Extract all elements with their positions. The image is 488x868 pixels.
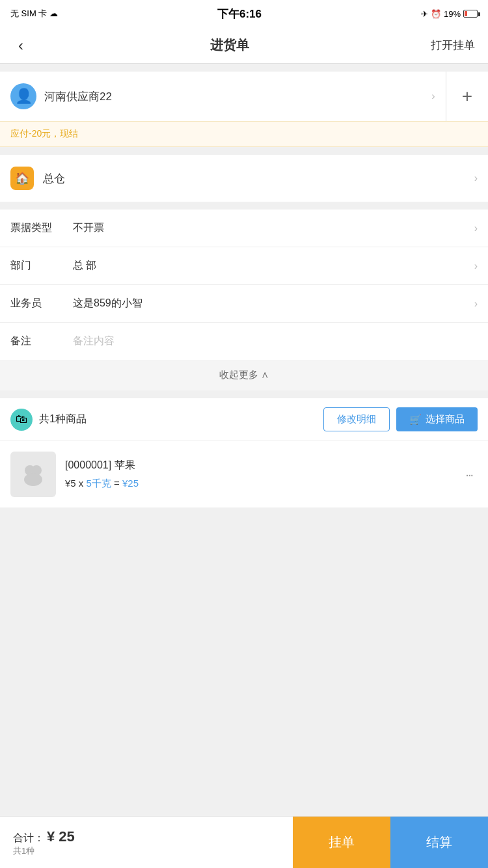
no-sim-text: 无 SIM 卡 ☁ bbox=[10, 8, 58, 20]
department-value: 总 部 bbox=[73, 259, 469, 273]
ticket-type-label: 票据类型 bbox=[10, 221, 62, 235]
chevron-right-icon: › bbox=[474, 298, 478, 310]
nav-bar: ‹ 进货单 打开挂单 bbox=[0, 27, 488, 64]
product-total: ¥25 bbox=[122, 478, 139, 489]
remark-row[interactable]: 备注 备注内容 bbox=[0, 323, 488, 360]
product-header: 🛍 共1种商品 修改明细 🛒 选择商品 bbox=[0, 398, 488, 441]
supplier-avatar: 👤 bbox=[10, 83, 36, 109]
supplier-name: 河南供应商22 bbox=[44, 89, 426, 104]
location-icon: ✈ bbox=[421, 9, 428, 19]
warehouse-icon: 🏠 bbox=[10, 167, 34, 190]
product-price: ¥5 bbox=[65, 478, 76, 489]
battery-icon bbox=[463, 10, 478, 18]
status-right: ✈ ⏰ 19% bbox=[421, 9, 478, 19]
warning-banner: 应付-20元，现结 bbox=[0, 121, 488, 147]
salesman-label: 业务员 bbox=[10, 297, 62, 310]
more-button[interactable]: ··· bbox=[460, 462, 478, 487]
chevron-right-icon: › bbox=[431, 90, 435, 102]
product-quantity: 5千克 bbox=[87, 478, 111, 489]
supplier-select-row[interactable]: 👤 河南供应商22 › bbox=[0, 72, 446, 121]
product-thumbnail bbox=[10, 452, 56, 497]
product-count: 共1种商品 bbox=[39, 413, 323, 426]
ticket-type-row[interactable]: 票据类型 不开票 › bbox=[0, 210, 488, 247]
product-item: [0000001] 苹果 ¥5 x 5千克 = ¥25 ··· bbox=[0, 441, 488, 508]
remark-label: 备注 bbox=[10, 334, 62, 348]
salesman-row[interactable]: 业务员 这是859的小智 › bbox=[0, 285, 488, 323]
thumbnail-placeholder bbox=[20, 461, 46, 487]
collapse-button[interactable]: 收起更多 ∧ bbox=[0, 360, 488, 390]
form-section: 票据类型 不开票 › 部门 总 部 › 业务员 这是859的小智 › 备注 备注… bbox=[0, 210, 488, 360]
supplier-section: 👤 河南供应商22 › + bbox=[0, 72, 488, 121]
status-left: 无 SIM 卡 ☁ bbox=[10, 8, 58, 20]
remark-input[interactable]: 备注内容 bbox=[73, 334, 478, 348]
open-hold-button[interactable]: 打开挂单 bbox=[431, 38, 475, 53]
product-icon: 🛍 bbox=[10, 409, 33, 431]
supplier-add-button[interactable]: + bbox=[446, 72, 488, 121]
product-actions: 修改明细 🛒 选择商品 bbox=[323, 407, 478, 431]
warehouse-select-row[interactable]: 🏠 总仓 › bbox=[0, 155, 488, 202]
section-gap-1 bbox=[0, 64, 488, 72]
svg-point-2 bbox=[24, 473, 42, 486]
battery-percent: 19% bbox=[444, 9, 461, 19]
equals-sign: = bbox=[114, 478, 122, 489]
chevron-right-icon: › bbox=[474, 223, 478, 234]
chevron-right-icon: › bbox=[474, 172, 478, 184]
product-info: [0000001] 苹果 ¥5 x 5千克 = ¥25 bbox=[65, 459, 460, 490]
status-time: 下午6:16 bbox=[217, 7, 262, 21]
house-icon: 🏠 bbox=[15, 171, 29, 185]
section-gap-2 bbox=[0, 147, 488, 155]
edit-detail-button[interactable]: 修改明细 bbox=[323, 407, 390, 431]
ticket-type-value: 不开票 bbox=[73, 221, 469, 235]
bottom-padding bbox=[0, 508, 488, 573]
salesman-value: 这是859的小智 bbox=[73, 297, 469, 310]
warehouse-name: 总仓 bbox=[43, 171, 469, 186]
page-title: 进货单 bbox=[210, 36, 249, 54]
avatar-icon: 👤 bbox=[15, 88, 33, 105]
product-name: [0000001] 苹果 bbox=[65, 459, 460, 472]
select-product-button[interactable]: 🛒 选择商品 bbox=[396, 407, 478, 431]
back-button[interactable]: ‹ bbox=[13, 31, 29, 60]
multiply-sign: x bbox=[79, 478, 87, 489]
product-code: [0000001] bbox=[65, 459, 111, 470]
cart-icon: 🛍 bbox=[16, 413, 27, 426]
select-icon: 🛒 bbox=[409, 414, 422, 426]
department-label: 部门 bbox=[10, 259, 62, 273]
chevron-right-icon: › bbox=[474, 260, 478, 272]
product-title: 苹果 bbox=[115, 459, 135, 470]
select-button-label: 选择商品 bbox=[426, 413, 465, 426]
department-row[interactable]: 部门 总 部 › bbox=[0, 247, 488, 285]
alarm-icon: ⏰ bbox=[431, 9, 441, 19]
product-price-row: ¥5 x 5千克 = ¥25 bbox=[65, 478, 460, 490]
status-bar: 无 SIM 卡 ☁ 下午6:16 ✈ ⏰ 19% bbox=[0, 0, 488, 27]
